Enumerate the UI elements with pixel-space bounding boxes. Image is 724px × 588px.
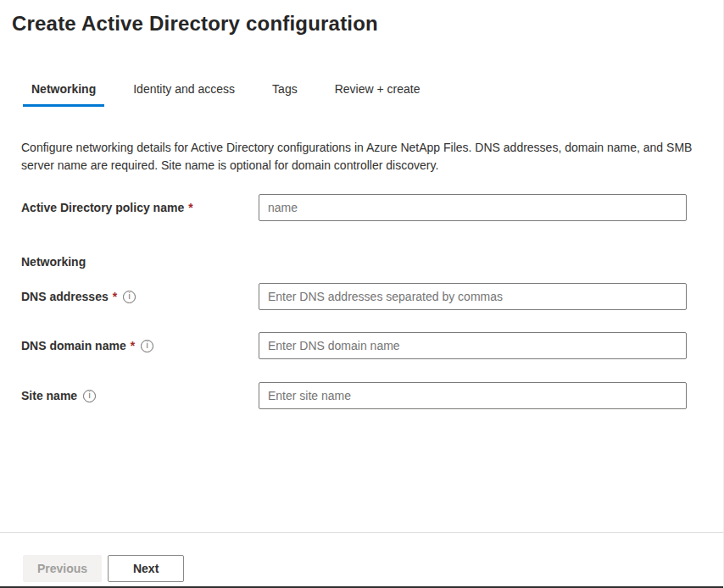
dns-domain-name-row: DNS domain name * i <box>21 332 687 359</box>
info-icon[interactable]: i <box>123 291 136 303</box>
networking-form: Active Directory policy name * Networkin… <box>21 194 687 409</box>
tab-description: Configure networking details for Active … <box>21 139 694 175</box>
site-name-row: Site name i <box>21 382 687 409</box>
policy-name-input[interactable] <box>259 194 687 221</box>
dns-addresses-row: DNS addresses * i <box>21 283 687 310</box>
tab-review-create[interactable]: Review + create <box>326 81 429 107</box>
dns-domain-name-input[interactable] <box>259 332 687 359</box>
site-name-label: Site name i <box>21 388 259 403</box>
required-asterisk: * <box>131 338 135 353</box>
dns-addresses-label: DNS addresses * i <box>21 289 259 304</box>
policy-name-label: Active Directory policy name * <box>21 200 259 215</box>
networking-section-heading: Networking <box>21 255 687 269</box>
footer-button-bar: Previous Next <box>23 555 184 582</box>
next-button[interactable]: Next <box>108 555 184 582</box>
tab-tags[interactable]: Tags <box>264 81 306 107</box>
tab-bar: Networking Identity and access Tags Revi… <box>23 81 723 107</box>
dns-domain-name-label-text: DNS domain name <box>21 338 126 353</box>
policy-name-label-text: Active Directory policy name <box>21 200 184 215</box>
info-icon[interactable]: i <box>141 340 153 352</box>
policy-name-row: Active Directory policy name * <box>21 194 687 221</box>
dns-addresses-label-text: DNS addresses <box>21 289 109 304</box>
site-name-input[interactable] <box>259 382 687 409</box>
required-asterisk: * <box>113 289 117 304</box>
info-icon[interactable]: i <box>83 390 96 402</box>
dns-addresses-input[interactable] <box>259 283 687 310</box>
page-title: Create Active Directory configuration <box>0 0 723 36</box>
footer-separator <box>0 532 723 533</box>
dns-domain-name-label: DNS domain name * i <box>21 338 259 353</box>
site-name-label-text: Site name <box>21 388 77 403</box>
required-asterisk: * <box>188 200 192 215</box>
tab-networking[interactable]: Networking <box>23 81 104 107</box>
tab-identity-and-access[interactable]: Identity and access <box>125 81 243 107</box>
previous-button[interactable]: Previous <box>23 555 102 582</box>
